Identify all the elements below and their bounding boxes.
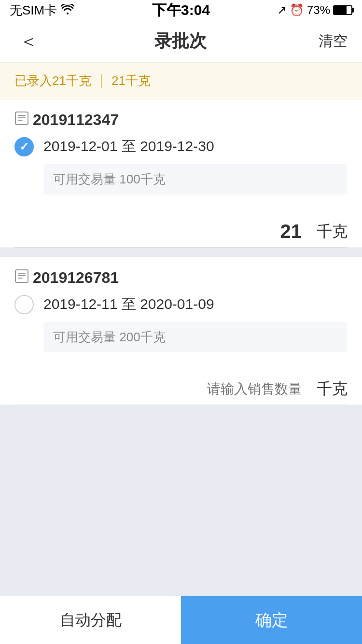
empty-area xyxy=(0,405,362,627)
status-right: ↗ ⏰ 73% xyxy=(277,3,352,17)
batch-date-row-2: 2019-12-11 至 2020-01-09 xyxy=(14,294,348,314)
batch-date-1: 2019-12-01 至 2019-12-30 xyxy=(43,137,214,156)
location-icon: ↗ xyxy=(277,3,287,17)
batch-stock-2: 可用交易量 200千克 xyxy=(43,322,348,352)
back-button[interactable]: ＜ xyxy=(14,24,42,58)
svg-rect-1 xyxy=(18,115,26,116)
main-content: 2019112347 2019-12-01 至 2019-12-30 可用交易量… xyxy=(0,99,362,644)
radio-2[interactable] xyxy=(14,295,34,314)
wifi-icon xyxy=(61,3,74,18)
status-bar: 无SIM卡 下午3:04 ↗ ⏰ 73% xyxy=(0,0,362,20)
batch-stock-text-1: 可用交易量 100千克 xyxy=(53,172,166,186)
section-divider xyxy=(0,248,362,257)
no-sim-text: 无SIM卡 xyxy=(10,2,57,19)
svg-rect-5 xyxy=(18,273,26,274)
qty-row-1: 千克 xyxy=(0,211,362,247)
svg-rect-2 xyxy=(18,117,26,118)
batch-doc-icon-1 xyxy=(14,111,29,129)
quantity-input-2[interactable] xyxy=(14,381,309,397)
batch-stock-1: 可用交易量 100千克 xyxy=(43,164,348,195)
svg-rect-7 xyxy=(18,278,23,279)
batch-id-row-1: 2019112347 xyxy=(14,111,348,129)
batch-date-row-1: 2019-12-01 至 2019-12-30 xyxy=(14,137,348,156)
batch-stock-text-2: 可用交易量 200千克 xyxy=(53,330,166,344)
alarm-icon: ⏰ xyxy=(290,3,304,17)
batch-id-1: 2019112347 xyxy=(33,111,119,129)
clear-button[interactable]: 清空 xyxy=(319,31,348,51)
svg-rect-3 xyxy=(18,120,23,121)
qty-unit-2: 千克 xyxy=(317,378,348,400)
quantity-input-1[interactable] xyxy=(251,221,309,242)
battery-icon xyxy=(333,5,352,15)
qty-unit-1: 千克 xyxy=(317,221,348,242)
total-label: 21千克 xyxy=(111,72,151,89)
batch-date-2: 2019-12-11 至 2020-01-09 xyxy=(43,294,214,314)
page-title: 录批次 xyxy=(154,29,207,53)
nav-bar: ＜ 录批次 清空 xyxy=(0,20,362,63)
auto-distribute-button[interactable]: 自动分配 xyxy=(0,596,181,644)
batch-item-1: 2019112347 2019-12-01 至 2019-12-30 可用交易量… xyxy=(0,99,362,211)
footer: 自动分配 确定 xyxy=(0,596,362,644)
svg-rect-6 xyxy=(18,275,26,276)
batch-doc-icon-2 xyxy=(14,269,29,287)
batch-item-2: 2019126781 2019-12-11 至 2020-01-09 可用交易量… xyxy=(0,257,362,369)
qty-row-2: 千克 xyxy=(0,369,362,405)
recorded-label: 已录入21千克 xyxy=(14,72,91,89)
radio-1[interactable] xyxy=(14,137,34,156)
battery-text: 73% xyxy=(307,3,330,17)
batch-id-row-2: 2019126781 xyxy=(14,269,348,287)
info-divider xyxy=(101,74,102,88)
batch-id-2: 2019126781 xyxy=(33,269,119,287)
confirm-button[interactable]: 确定 xyxy=(181,596,362,644)
info-banner: 已录入21千克 21千克 xyxy=(0,63,362,99)
status-time: 下午3:04 xyxy=(152,0,210,20)
status-left: 无SIM卡 xyxy=(10,2,74,19)
